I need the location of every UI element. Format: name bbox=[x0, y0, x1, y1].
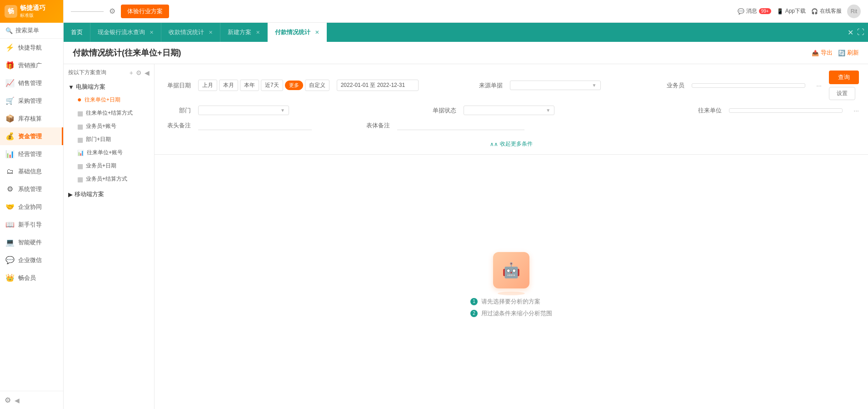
this-year-btn[interactable]: 本年 bbox=[240, 80, 259, 91]
app-download-btn[interactable]: 📱 App下载 bbox=[777, 7, 806, 15]
scheme-icon: ▦ bbox=[77, 136, 83, 143]
scheme-item-partner-date[interactable]: ● 往来单位+日期 bbox=[68, 93, 150, 106]
tab-home[interactable]: 首页 bbox=[64, 23, 90, 42]
custom-btn[interactable]: 自定义 bbox=[305, 80, 329, 91]
service-btn[interactable]: 🎧 在线客服 bbox=[811, 7, 842, 15]
sidebar-item-wechat[interactable]: 💬 企业微信 bbox=[0, 251, 63, 269]
close-window-btn[interactable]: ✕ bbox=[848, 28, 853, 37]
export-btn[interactable]: 📤 导出 bbox=[812, 49, 833, 57]
collapse-sidebar-btn[interactable]: ◀ bbox=[15, 397, 20, 404]
source-select[interactable]: ▼ bbox=[510, 81, 601, 90]
sidebar-item-operations[interactable]: 📊 经营管理 bbox=[0, 145, 63, 163]
sidebar-item-guide[interactable]: 📖 新手引导 bbox=[0, 216, 63, 233]
maximize-window-btn[interactable]: ⛶ bbox=[857, 28, 864, 36]
tab-payment-label: 付款情况统计 bbox=[275, 28, 310, 36]
system-icon: ⚙ bbox=[5, 185, 15, 193]
staff-label: 业务员 bbox=[657, 81, 684, 90]
sidebar-item-capital[interactable]: 💰 资金管理 bbox=[0, 127, 63, 145]
tab-new-scheme[interactable]: 新建方案 ✕ bbox=[220, 23, 268, 42]
topbar-gear-icon[interactable]: ⚙ bbox=[109, 7, 115, 15]
sidebar-item-system[interactable]: ⚙ 系统管理 bbox=[0, 180, 63, 198]
scheme-item-dept-date[interactable]: ▦ 部门+日期 bbox=[68, 133, 150, 146]
sidebar-search[interactable]: 🔍 搜索菜单 bbox=[0, 23, 63, 39]
enterprise-icon: 🤝 bbox=[5, 202, 15, 211]
sidebar-item-quick-nav[interactable]: ⚡ 快捷导航 bbox=[0, 39, 63, 56]
partner-select[interactable] bbox=[729, 108, 843, 113]
empty-state: 🤖 1 请先选择要分析的方案 2 用过滤条件来缩小分析范围 bbox=[155, 155, 868, 409]
partner-more-btn[interactable]: ··· bbox=[853, 107, 859, 114]
mobile-group-label: 移动端方案 bbox=[75, 190, 104, 198]
partner-label: 往来单位 bbox=[694, 106, 722, 115]
empty-tip-1: 1 请先选择要分析的方案 bbox=[470, 298, 552, 306]
dept-label: 部门 bbox=[164, 106, 191, 115]
sidebar-item-enterprise[interactable]: 🤝 企业协同 bbox=[0, 198, 63, 216]
sidebar-item-label: 资金管理 bbox=[18, 132, 42, 141]
user-text: Rit bbox=[851, 8, 858, 15]
collapse-label: 收起更多条件 bbox=[500, 140, 533, 148]
sidebar-item-member[interactable]: 👑 畅会员 bbox=[0, 269, 63, 287]
refresh-btn[interactable]: 🔄 刷新 bbox=[838, 49, 859, 57]
empty-tip-2: 2 用过滤条件来缩小分析范围 bbox=[470, 309, 552, 318]
trial-btn[interactable]: 体验行业方案 bbox=[121, 5, 169, 18]
sidebar-footer: ⚙ ◀ bbox=[0, 391, 63, 409]
status-select[interactable]: ▼ bbox=[464, 106, 554, 115]
settings-icon[interactable]: ⚙ bbox=[5, 396, 11, 404]
mobile-group-arrow: ▶ bbox=[68, 191, 73, 198]
user-avatar[interactable]: Rit bbox=[847, 5, 861, 18]
status-arrow: ▼ bbox=[546, 108, 550, 113]
date-range-display[interactable]: 2022-01-01 至 2022-12-31 bbox=[337, 80, 419, 91]
tab-bank[interactable]: 现金银行流水查询 ✕ bbox=[90, 23, 161, 42]
main-content: —————— ⚙ 体验行业方案 💬 消息 99+ 📱 App下载 🎧 在线客服 … bbox=[64, 0, 868, 409]
operations-icon: 📊 bbox=[5, 150, 15, 158]
service-label: 在线客服 bbox=[820, 7, 842, 15]
panel-collapse-btn[interactable]: ◀ bbox=[145, 69, 150, 76]
note-body-input[interactable] bbox=[397, 121, 524, 130]
collapse-more-btn[interactable]: ∧∧ 收起更多条件 bbox=[490, 140, 533, 148]
tab-receipt[interactable]: 收款情况统计 ✕ bbox=[161, 23, 220, 42]
scheme-item-staff-account[interactable]: ▦ 业务员+账号 bbox=[68, 120, 150, 133]
sidebar-item-purchase[interactable]: 🛒 采购管理 bbox=[0, 92, 63, 110]
robot-shadow bbox=[498, 292, 525, 295]
tab-new-scheme-close[interactable]: ✕ bbox=[256, 30, 260, 35]
message-label: 消息 bbox=[746, 7, 757, 15]
sidebar-item-sales[interactable]: 📈 销售管理 bbox=[0, 74, 63, 92]
scheme-item-staff-settle[interactable]: ▦ 业务员+结算方式 bbox=[68, 172, 150, 186]
logo-icon: 畅 bbox=[5, 5, 17, 18]
note-header-input[interactable] bbox=[198, 121, 312, 130]
tab-bank-close[interactable]: ✕ bbox=[150, 30, 154, 35]
query-btn[interactable]: 查询 bbox=[829, 71, 859, 84]
sidebar-item-hardware[interactable]: 💻 智能硬件 bbox=[0, 233, 63, 251]
member-icon: 👑 bbox=[5, 273, 15, 282]
source-label: 来源单据 bbox=[475, 81, 503, 90]
desktop-group-header[interactable]: ▼ 电脑端方案 bbox=[68, 81, 150, 93]
tab-receipt-close[interactable]: ✕ bbox=[209, 30, 213, 35]
scheme-item-partner-settle[interactable]: ▦ 往来单位+结算方式 bbox=[68, 106, 150, 120]
mobile-group-header[interactable]: ▶ 移动端方案 bbox=[68, 188, 150, 200]
this-month-btn[interactable]: 本月 bbox=[219, 80, 238, 91]
last-month-btn[interactable]: 上月 bbox=[198, 80, 217, 91]
scheme-item-staff-date[interactable]: ▦ 业务员+日期 bbox=[68, 159, 150, 172]
tab-payment[interactable]: 付款情况统计 ✕ bbox=[268, 23, 327, 42]
sidebar-item-inventory[interactable]: 📦 库存核算 bbox=[0, 110, 63, 127]
desktop-group-label: 电脑端方案 bbox=[76, 83, 105, 91]
tab-window-btns: ✕ ⛶ bbox=[844, 23, 868, 42]
last-7days-btn[interactable]: 近7天 bbox=[261, 80, 283, 91]
left-panel-title: 按以下方案查询 bbox=[68, 69, 106, 76]
add-scheme-btn[interactable]: + bbox=[130, 69, 133, 76]
tab-payment-close[interactable]: ✕ bbox=[315, 30, 319, 35]
staff-select[interactable] bbox=[692, 83, 805, 88]
staff-more-btn[interactable]: ··· bbox=[816, 82, 822, 89]
dept-select[interactable]: ▼ bbox=[198, 106, 289, 115]
sidebar-item-label: 销售管理 bbox=[18, 79, 42, 87]
scheme-settings-btn[interactable]: ⚙ bbox=[136, 69, 142, 76]
scheme-item-partner-account[interactable]: 📊 往来单位+账号 bbox=[68, 146, 150, 159]
sales-icon: 📈 bbox=[5, 79, 15, 87]
more-btn[interactable]: 更多 bbox=[285, 81, 303, 90]
sidebar-item-basic[interactable]: 🗂 基础信息 bbox=[0, 163, 63, 180]
date-label: 单据日期 bbox=[164, 81, 191, 90]
settings-display-btn[interactable]: 设置 bbox=[829, 87, 855, 100]
sidebar-item-label: 快捷导航 bbox=[18, 44, 42, 52]
sidebar-item-marketing[interactable]: 🎁 营销推广 bbox=[0, 56, 63, 74]
message-btn[interactable]: 💬 消息 99+ bbox=[738, 7, 771, 15]
tabs-spacer bbox=[327, 23, 844, 42]
